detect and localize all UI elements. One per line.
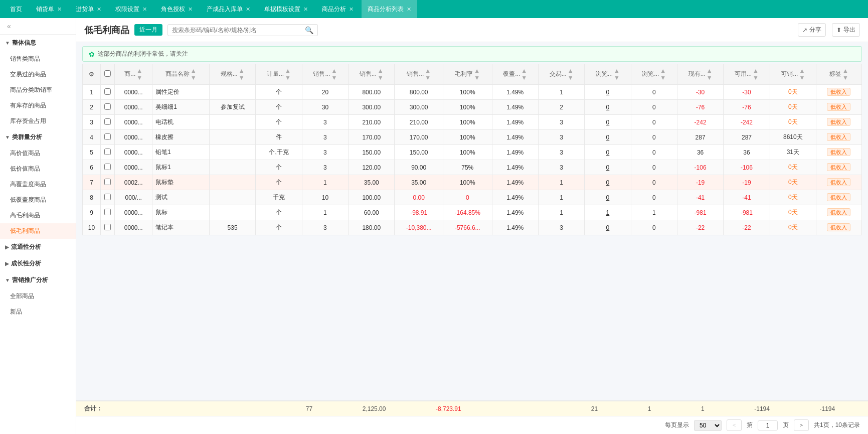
views-link[interactable]: 0	[606, 134, 610, 141]
views-link[interactable]: 0	[606, 164, 610, 171]
th-tag[interactable]: 标签▲▼	[816, 64, 861, 85]
row-name[interactable]: 鼠标1	[152, 160, 210, 175]
sidebar-item-new-products[interactable]: 新品	[0, 304, 76, 320]
prev-page-button[interactable]: ＜	[727, 419, 742, 431]
row-views1[interactable]: 0	[585, 175, 631, 190]
row-checkbox-cell[interactable]	[101, 100, 115, 115]
views-link[interactable]: 0	[606, 89, 610, 96]
th-saleable[interactable]: 可销...▲▼	[770, 64, 816, 85]
nav-analysis[interactable]: 商品分析 ✕	[316, 0, 360, 18]
row-name[interactable]: 吴细细1	[152, 100, 210, 115]
select-all-checkbox[interactable]	[104, 70, 111, 77]
sidebar-item-traded-products[interactable]: 交易过的商品	[0, 67, 76, 82]
next-page-button[interactable]: ＞	[794, 419, 809, 431]
th-sales-qty[interactable]: 销售...▲▼	[302, 64, 348, 85]
th-code[interactable]: 商...▲▼	[115, 64, 152, 85]
row-checkbox[interactable]	[104, 103, 111, 110]
row-checkbox[interactable]	[104, 224, 111, 230]
sidebar-item-sales-products[interactable]: 销售类商品	[0, 51, 76, 67]
views-link[interactable]: 1	[606, 209, 610, 216]
th-available[interactable]: 可用...▲▼	[724, 64, 770, 85]
sidebar-item-low-value[interactable]: 低价值商品	[0, 161, 76, 177]
row-checkbox-cell[interactable]	[101, 160, 115, 175]
row-checkbox[interactable]	[104, 179, 111, 185]
th-settings[interactable]: ⚙	[83, 64, 101, 85]
close-icon[interactable]: ✕	[97, 6, 101, 13]
row-checkbox[interactable]	[104, 88, 111, 95]
row-name[interactable]: 铅笔1	[152, 145, 210, 160]
row-checkbox[interactable]	[104, 194, 111, 200]
sidebar-group-cluster[interactable]: ▼ 类群量分析	[0, 129, 76, 146]
row-checkbox-cell[interactable]	[101, 190, 115, 205]
th-checkbox[interactable]	[101, 64, 115, 85]
row-name[interactable]: 橡皮擦	[152, 130, 210, 145]
nav-permissions[interactable]: 权限设置 ✕	[109, 0, 153, 18]
views-link[interactable]: 0	[606, 149, 610, 156]
th-gross-rate[interactable]: 毛利率▲▼	[443, 64, 492, 85]
sidebar-item-all-products[interactable]: 全部商品	[0, 288, 76, 304]
row-views1[interactable]: 0	[585, 160, 631, 175]
views-link[interactable]: 0	[606, 179, 610, 186]
row-name[interactable]: 属性定价	[152, 85, 210, 100]
row-views1[interactable]: 1	[585, 205, 631, 220]
sidebar-item-low-coverage[interactable]: 低覆盖度商品	[0, 192, 76, 208]
row-checkbox-cell[interactable]	[101, 145, 115, 160]
row-checkbox[interactable]	[104, 118, 111, 125]
th-current-stock[interactable]: 现有...▲▼	[677, 64, 723, 85]
row-name[interactable]: 测试	[152, 190, 210, 205]
sidebar-group-marketing[interactable]: ▼ 营销推广分析	[0, 272, 76, 288]
sidebar-item-high-margin[interactable]: 高毛利商品	[0, 208, 76, 223]
close-icon[interactable]: ✕	[349, 6, 354, 13]
th-unit[interactable]: 计量...▲▼	[256, 64, 302, 85]
nav-sales[interactable]: 销货单 ✕	[30, 0, 68, 18]
nav-product-entry[interactable]: 产成品入库单 ✕	[201, 0, 256, 18]
sidebar-item-high-coverage[interactable]: 高覆盖度商品	[0, 177, 76, 192]
page-number-input[interactable]	[758, 420, 778, 430]
row-checkbox-cell[interactable]	[101, 115, 115, 130]
row-checkbox[interactable]	[104, 133, 111, 140]
th-transaction[interactable]: 交易...▲▼	[538, 64, 584, 85]
row-checkbox-cell[interactable]	[101, 220, 115, 235]
row-views1[interactable]: 0	[585, 115, 631, 130]
row-checkbox-cell[interactable]	[101, 130, 115, 145]
sidebar-collapse-btn[interactable]: «	[4, 21, 14, 31]
nav-purchase[interactable]: 进货单 ✕	[70, 0, 107, 18]
th-name[interactable]: 商品名称▲▼	[152, 64, 210, 85]
th-views1[interactable]: 浏览...▲▼	[585, 64, 631, 85]
row-checkbox-cell[interactable]	[101, 85, 115, 100]
th-views2[interactable]: 浏览...▲▼	[631, 64, 677, 85]
nav-analysis-list[interactable]: 商品分析列表 ✕	[362, 0, 417, 18]
row-checkbox[interactable]	[104, 149, 111, 155]
sidebar-group-overall[interactable]: ▼ 整体信息	[0, 35, 76, 51]
row-views1[interactable]: 0	[585, 85, 631, 100]
search-icon[interactable]: 🔍	[305, 26, 313, 34]
sidebar-item-low-margin[interactable]: 低毛利商品	[0, 223, 76, 239]
views-link[interactable]: 0	[606, 224, 610, 231]
row-views1[interactable]: 0	[585, 190, 631, 205]
page-size-select[interactable]: 50 100 200	[694, 420, 722, 431]
row-views1[interactable]: 0	[585, 100, 631, 115]
close-icon[interactable]: ✕	[303, 6, 308, 13]
sidebar-group-circulation[interactable]: ▶ 流通性分析	[0, 239, 76, 255]
sidebar-item-category-rate[interactable]: 商品分类助销率	[0, 82, 76, 98]
search-input[interactable]	[172, 27, 305, 34]
nav-roles[interactable]: 角色授权 ✕	[155, 0, 199, 18]
row-checkbox-cell[interactable]	[101, 205, 115, 220]
close-icon[interactable]: ✕	[188, 6, 193, 13]
export-button[interactable]: ⬆ 导出	[832, 23, 860, 37]
row-name[interactable]: 鼠标垫	[152, 175, 210, 190]
table-container[interactable]: ⚙ 商...▲▼ 商品名称▲▼ 规格...▲▼ 计量...▲▼ 销售...▲▼ …	[82, 64, 862, 400]
row-checkbox-cell[interactable]	[101, 175, 115, 190]
row-name[interactable]: 电话机	[152, 115, 210, 130]
views-link[interactable]: 0	[606, 194, 610, 201]
sidebar-item-stock-products[interactable]: 有库存的商品	[0, 98, 76, 113]
row-views1[interactable]: 0	[585, 220, 631, 235]
row-name[interactable]: 鼠标	[152, 205, 210, 220]
th-sales-price[interactable]: 销售...▲▼	[349, 64, 395, 85]
close-icon[interactable]: ✕	[407, 6, 411, 13]
views-link[interactable]: 0	[606, 119, 610, 126]
row-views1[interactable]: 0	[585, 145, 631, 160]
row-name[interactable]: 笔记本	[152, 220, 210, 235]
nav-home[interactable]: 首页	[4, 0, 28, 18]
row-checkbox[interactable]	[104, 209, 111, 215]
